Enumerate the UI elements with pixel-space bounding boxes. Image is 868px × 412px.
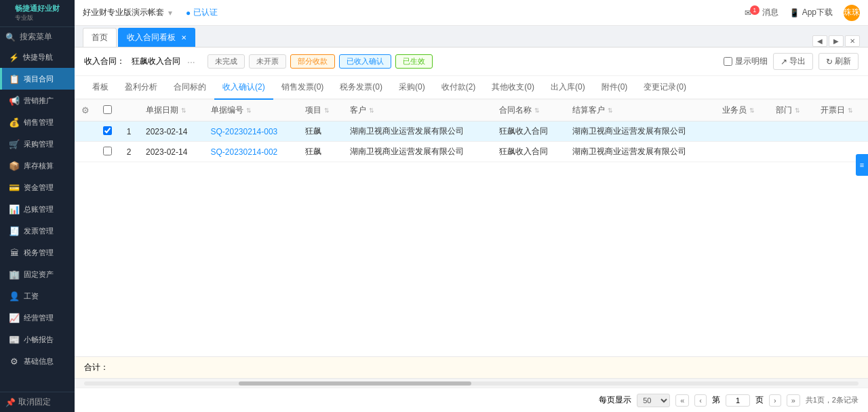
sidebar-item-base[interactable]: ⚙ 基础信息 <box>0 350 75 372</box>
topbar: 好业财专业版演示帐套 ▾ ● 已认证 ✉ 1 消息 📱 App下载 珠珠 <box>75 0 868 26</box>
row2-customer: 湖南卫视商业运营发展有限公司 <box>343 142 493 162</box>
sidebar-item-quick-nav[interactable]: ⚡ 快捷导航 <box>0 47 75 68</box>
sidebar-item-report[interactable]: 📰 小畅报告 <box>0 329 75 350</box>
select-all-checkbox[interactable] <box>103 105 112 114</box>
status-confirmed[interactable]: 已收入确认 <box>339 54 391 69</box>
prev-page-button[interactable]: ‹ <box>694 394 707 407</box>
sales-icon: 💰 <box>9 117 20 128</box>
col-order-no-header[interactable]: 单据编号⇅ <box>204 100 298 121</box>
col-sales-header[interactable]: 业务员⇅ <box>715 100 770 121</box>
inner-tab-attachment[interactable]: 附件(0) <box>593 76 636 100</box>
tab-close-icon[interactable]: ✕ <box>181 34 186 41</box>
billing-customer-sort-icon: ⇅ <box>608 107 613 114</box>
inner-tab-warehouse[interactable]: 出入库(0) <box>542 76 593 100</box>
data-table: ⚙ 单据日期⇅ 单据编号⇅ 项目⇅ <box>75 100 868 162</box>
row2-billing-customer: 湖南卫视商业运营发展有限公司 <box>566 142 715 162</box>
page-number-input[interactable] <box>726 394 750 407</box>
show-detail-checkbox[interactable]: 显示明细 <box>724 56 768 67</box>
inner-tab-sales-invoice[interactable]: 销售发票(0) <box>273 76 332 100</box>
per-page-select[interactable]: 10 20 50 100 <box>637 394 670 407</box>
quick-nav-label: 快捷导航 <box>23 52 53 62</box>
status-active[interactable]: 已生效 <box>395 54 433 69</box>
refresh-button[interactable]: ↻ 刷新 <box>818 53 859 70</box>
inner-tab-tax-invoice[interactable]: 税务发票(0) <box>332 76 391 100</box>
sidebar-item-inventory[interactable]: 📦 库存核算 <box>0 155 75 176</box>
contract-title-label: 收入合同： <box>84 56 125 67</box>
sidebar-item-general-label: 总账管理 <box>24 204 54 214</box>
inner-tab-payment[interactable]: 收付款(2) <box>433 76 484 100</box>
company-selector[interactable]: 好业财专业版演示帐套 ▾ <box>83 7 172 18</box>
unpin-button[interactable]: 📌 取消固定 <box>0 392 75 412</box>
col-customer-header[interactable]: 客户⇅ <box>343 100 493 121</box>
app-download-button[interactable]: 📱 App下载 <box>789 7 833 18</box>
show-detail-check[interactable] <box>724 57 732 66</box>
sidebar-item-invoice[interactable]: 🧾 发票管理 <box>0 220 75 242</box>
table-row[interactable]: 1 2023-02-14 SQ-20230214-003 狂飙 湖南卫视商业运营… <box>75 121 868 142</box>
col-date-header[interactable]: 单据日期⇅ <box>139 100 204 121</box>
tab-contract-board[interactable]: 收入合同看板 ✕ <box>118 28 195 47</box>
col-dept-header[interactable]: 部门⇅ <box>769 100 814 121</box>
row2-dept <box>769 142 814 162</box>
col-contract-name-header[interactable]: 合同名称⇅ <box>492 100 566 121</box>
col-open-date-header[interactable]: 开票日⇅ <box>814 100 868 121</box>
tab-contract-board-label: 收入合同看板 <box>127 32 176 43</box>
scroll-bar[interactable] <box>75 378 868 388</box>
next-page-button[interactable]: › <box>769 394 781 407</box>
fund-icon: 💳 <box>9 182 20 193</box>
app-download-label: App下载 <box>802 7 833 18</box>
row1-checkbox[interactable] <box>103 126 112 135</box>
message-label: 消息 <box>762 7 778 18</box>
inner-tab-purchase[interactable]: 采购(0) <box>391 76 433 100</box>
row2-checkbox[interactable] <box>103 147 112 155</box>
tab-navigation: ◀ ▶ ✕ <box>812 35 860 47</box>
sidebar-item-tax[interactable]: 🏛 税务管理 <box>0 242 75 263</box>
table-row[interactable]: 2 2023-02-14 SQ-20230214-002 狂飙 湖南卫视商业运营… <box>75 142 868 162</box>
row2-order-link[interactable]: SQ-20230214-002 <box>211 147 278 157</box>
inner-tab-change-log[interactable]: 变更记录(0) <box>635 76 694 100</box>
row2-check[interactable] <box>96 142 119 162</box>
col-billing-customer-header[interactable]: 结算客户⇅ <box>566 100 715 121</box>
inner-tab-other[interactable]: 其他收支(0) <box>484 76 542 100</box>
scroll-thumb[interactable] <box>239 381 471 386</box>
first-page-button[interactable]: « <box>675 394 689 407</box>
export-button[interactable]: ↗ 导出 <box>773 53 813 70</box>
status-partial[interactable]: 部分收款 <box>290 54 335 69</box>
total-label: 合计： <box>84 362 108 373</box>
main-content: 好业财专业版演示帐套 ▾ ● 已认证 ✉ 1 消息 📱 App下载 珠珠 首页 <box>75 0 868 412</box>
sidebar-item-fund[interactable]: 💳 资金管理 <box>0 176 75 198</box>
tab-home[interactable]: 首页 <box>83 28 117 47</box>
pagination: 每页显示 10 20 50 100 « ‹ 第 页 › » 共1页，2条记录 <box>75 388 868 412</box>
user-avatar[interactable]: 珠珠 <box>844 5 860 21</box>
scroll-track[interactable] <box>84 381 859 386</box>
row1-check[interactable] <box>96 121 119 142</box>
tab-prev-button[interactable]: ◀ <box>812 35 827 47</box>
status-not-done[interactable]: 未完成 <box>208 54 245 69</box>
tab-close-button[interactable]: ✕ <box>845 35 860 47</box>
col-project-header[interactable]: 项目⇅ <box>298 100 343 121</box>
row2-sales <box>715 142 770 162</box>
last-page-button[interactable]: » <box>787 394 800 407</box>
purchase-icon: 🛒 <box>9 138 20 149</box>
row1-billing-customer: 湖南卫视商业运营发展有限公司 <box>566 121 715 142</box>
more-options-button[interactable]: ··· <box>187 56 195 67</box>
inner-tab-board[interactable]: 看板 <box>84 76 117 100</box>
float-panel-button[interactable]: ≡ <box>856 154 868 176</box>
sidebar-item-fixed[interactable]: 🏢 固定资产 <box>0 263 75 285</box>
sidebar-item-marketing[interactable]: 📢 营销推广 <box>0 90 75 111</box>
message-button[interactable]: ✉ 1 消息 <box>745 7 778 18</box>
sidebar-item-ops[interactable]: 📈 经营管理 <box>0 307 75 329</box>
tab-next-button[interactable]: ▶ <box>829 35 844 47</box>
status-not-invoiced[interactable]: 未开票 <box>249 54 286 69</box>
sidebar-item-hr[interactable]: 👤 工资 <box>0 285 75 307</box>
inner-tab-profit[interactable]: 盈利分析 <box>117 76 165 100</box>
search-menu-item[interactable]: 🔍 搜索菜单 <box>0 27 75 47</box>
sidebar-item-project[interactable]: 📋 项目合同 <box>0 68 75 90</box>
inner-tab-revenue[interactable]: 收入确认(2) <box>214 76 273 100</box>
row1-order-link[interactable]: SQ-20230214-003 <box>211 127 278 136</box>
sidebar-item-purchase[interactable]: 🛒 采购管理 <box>0 133 75 155</box>
row1-project: 狂飙 <box>298 121 343 142</box>
inner-tab-subject[interactable]: 合同标的 <box>165 76 214 100</box>
sidebar-item-sales[interactable]: 💰 销售管理 <box>0 111 75 133</box>
sidebar-item-general[interactable]: 📊 总账管理 <box>0 198 75 220</box>
column-settings-icon[interactable]: ⚙ <box>81 105 90 115</box>
